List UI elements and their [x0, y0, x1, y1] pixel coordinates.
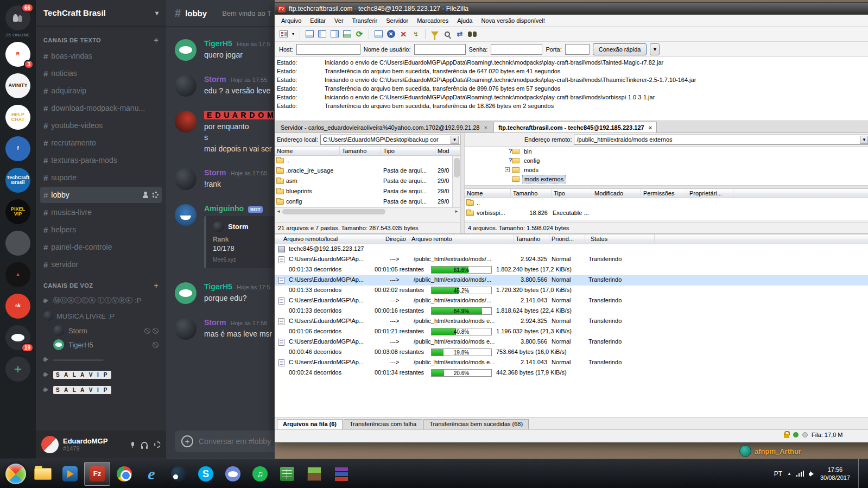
password-input[interactable]: [491, 44, 542, 55]
channel-item[interactable]: painel-de-controle: [40, 239, 162, 255]
local-file-row[interactable]: .oracle_jre_usage Pasta de arqui... 29/0: [275, 166, 460, 176]
queue-tab[interactable]: Arquivos na fila (6): [277, 419, 343, 429]
filter-icon[interactable]: [429, 29, 440, 40]
channel-item[interactable]: youtube-videos: [40, 117, 162, 134]
remote-address-combo[interactable]: /public_html/extraido/mods externos ▼: [574, 135, 868, 145]
taskbar-internet-explorer-button[interactable]: [138, 462, 164, 486]
taskbar-media-player-button[interactable]: [57, 462, 83, 486]
avatar[interactable]: [175, 111, 197, 132]
queue-file-line[interactable]: C:\Users\EduardoMGP\Ap... ---> /public_h…: [275, 316, 868, 327]
channel-item[interactable]: suporte: [40, 169, 162, 186]
taskbar-steam-button[interactable]: [166, 462, 192, 486]
local-address-combo[interactable]: C:\Users\EduardoMGP\Desktop\backup cor ▼: [320, 135, 460, 145]
menu-item[interactable]: Transferir: [348, 16, 382, 26]
menu-item[interactable]: Ver: [330, 16, 348, 26]
compare-icon[interactable]: [442, 29, 453, 40]
column-header[interactable]: Tipo: [552, 189, 592, 199]
queue-entry[interactable]: C:\Users\EduardoMGP\Ap... ---> /public_h…: [275, 255, 868, 275]
taskbar-clock[interactable]: 17:56 30/08/2017: [820, 466, 850, 481]
server-icon[interactable]: AVINITY: [5, 73, 30, 98]
voice-user[interactable]: TigerH5: [40, 338, 162, 352]
message-input[interactable]: [199, 437, 275, 446]
message-author[interactable]: Amiguinho: [204, 204, 244, 213]
local-vertical-scrollbar[interactable]: [452, 156, 460, 207]
menu-item[interactable]: Nova versão disponível!: [477, 16, 549, 26]
scroll-left-icon[interactable]: ◄: [275, 209, 282, 214]
voice-channel-vip[interactable]: S A L A V I P: [40, 367, 162, 382]
tree-item[interactable]: mods externos: [465, 174, 868, 183]
add-server-button[interactable]: +: [5, 357, 30, 382]
queue-file-line[interactable]: C:\Users\EduardoMGP\Ap... ---> /public_h…: [275, 255, 868, 265]
channel-settings-icon[interactable]: [152, 192, 159, 198]
channel-item[interactable]: helpers: [40, 221, 162, 238]
message-author[interactable]: TigerH5: [204, 39, 232, 48]
server-icon[interactable]: PIXEL VIP: [5, 199, 30, 224]
server-icon[interactable]: HELP CHAT: [5, 105, 30, 130]
channel-item[interactable]: adquiravip: [40, 83, 162, 99]
taskbar-skype-button[interactable]: [193, 462, 219, 486]
avatar[interactable]: [175, 282, 197, 304]
queue-file-line[interactable]: C:\Users\EduardoMGP\Ap... ---> /public_h…: [275, 275, 868, 286]
mic-icon[interactable]: [131, 442, 135, 448]
tree-item[interactable]: bin: [465, 147, 868, 156]
queue-server-row[interactable]: techc845@192.185.223.127: [275, 244, 868, 255]
column-header[interactable]: Nome: [275, 147, 340, 156]
menu-item[interactable]: Arquivo: [277, 16, 306, 26]
taskbar-explorer-button[interactable]: [30, 462, 56, 486]
avatar[interactable]: [175, 39, 197, 61]
local-horizontal-scrollbar[interactable]: ◄ ►: [275, 207, 460, 215]
local-file-row[interactable]: asm Pasta de arqui... 29/0: [275, 176, 460, 187]
notification-toast[interactable]: afnpm_Arthur: [739, 445, 801, 457]
tree-item[interactable]: config: [465, 156, 868, 165]
queue-tab[interactable]: Transferências com falha: [344, 419, 422, 429]
taskbar-minecraft-button[interactable]: [301, 462, 327, 486]
channel-item[interactable]: servidor: [40, 256, 162, 272]
volume-icon[interactable]: [809, 471, 815, 477]
column-header[interactable]: Proprietári...: [687, 189, 733, 199]
find-files-icon[interactable]: [467, 29, 478, 40]
message-author[interactable]: Storm: [204, 318, 226, 327]
network-icon[interactable]: [796, 471, 804, 477]
dropdown-arrow-icon[interactable]: ▼: [451, 136, 459, 144]
queue-file-line[interactable]: C:\Users\EduardoMGP\Ap... ---> /public_h…: [275, 358, 868, 368]
guild-header[interactable]: TechCraft Brasil ▾: [36, 0, 166, 26]
avatar[interactable]: [175, 168, 197, 190]
remote-file-row[interactable]: vorbisspi... 18.826 Executable ...: [465, 208, 868, 219]
server-icon[interactable]: TechCraft Brasil: [5, 168, 30, 193]
message-author[interactable]: Storm: [204, 168, 226, 177]
queue-entry[interactable]: C:\Users\EduardoMGP\Ap... ---> /public_h…: [275, 358, 868, 378]
menu-item[interactable]: Editar: [306, 16, 330, 26]
toggle-log-icon[interactable]: [304, 29, 315, 40]
language-indicator[interactable]: PT: [774, 470, 782, 478]
close-tab-icon[interactable]: ×: [649, 124, 652, 131]
site-manager-dropdown-icon[interactable]: ▾: [290, 29, 296, 40]
column-header[interactable]: Direção: [383, 235, 409, 244]
process-queue-icon[interactable]: [373, 29, 384, 40]
avatar[interactable]: [41, 436, 59, 453]
column-header[interactable]: Tamanho: [511, 189, 552, 199]
taskbar-chrome-button[interactable]: [111, 462, 137, 486]
column-header[interactable]: Status: [585, 235, 655, 244]
invite-person-icon[interactable]: [142, 192, 149, 198]
username-input[interactable]: [414, 44, 466, 55]
queue-entry[interactable]: C:\Users\EduardoMGP\Ap... ---> /public_h…: [275, 275, 868, 296]
local-file-row[interactable]: blueprints Pasta de arqui... 29/0: [275, 187, 460, 197]
message-author[interactable]: TigerH5: [204, 282, 232, 291]
cancel-operation-icon[interactable]: ✕: [385, 29, 396, 40]
title-bar[interactable]: Fz ftp.techcraftbrasil.com - techc845@19…: [275, 3, 868, 15]
settings-gear-icon[interactable]: [154, 441, 161, 448]
queue-file-line[interactable]: C:\Users\EduardoMGP\Ap... ---> /public_h…: [275, 296, 868, 306]
toggle-remote-tree-icon[interactable]: [329, 29, 340, 40]
message-author[interactable]: Storm: [204, 75, 226, 84]
server-icon[interactable]: R 3: [5, 42, 30, 67]
taskbar-winrar-button[interactable]: [328, 462, 354, 486]
column-header[interactable]: Tamanho: [514, 235, 549, 244]
avatar[interactable]: [175, 204, 197, 226]
channel-item[interactable]: texturas-para-mods: [40, 152, 162, 168]
toggle-local-tree-icon[interactable]: [316, 29, 327, 40]
toggle-queue-icon[interactable]: [341, 29, 352, 40]
avatar[interactable]: [175, 318, 197, 340]
local-file-row[interactable]: config Pasta de arqui... 29/0: [275, 197, 460, 207]
channel-item[interactable]: download-modpack-manu...: [40, 100, 162, 116]
voice-channel-item[interactable]: ⓂⓊⓈⒾⒸⒶ ⓁⒾⓋⓇⒺ :P: [40, 293, 162, 308]
